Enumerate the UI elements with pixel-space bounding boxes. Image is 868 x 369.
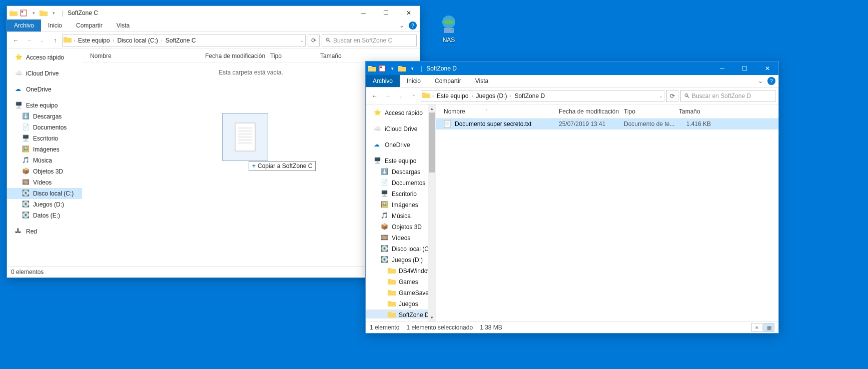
up-button[interactable]: ↑	[408, 90, 420, 102]
sidebar-item-disk-c[interactable]: 💽Disco local (C:)	[7, 188, 82, 199]
maximize-button[interactable]: ☐	[733, 62, 756, 75]
sidebar-item-disk-d[interactable]: 💽Juegos (D:)	[366, 254, 436, 266]
forward-button[interactable]: →	[382, 90, 394, 102]
sidebar-item-disk-e[interactable]: 💽Datos (E:)	[7, 210, 82, 221]
sidebar-item-desktop[interactable]: 🖥️Escritorio	[7, 133, 82, 144]
search-input[interactable]	[692, 92, 772, 100]
sidebar-item-music[interactable]: 🎵Música	[366, 210, 436, 222]
address-dropdown-icon[interactable]: ⌄	[659, 94, 663, 98]
content-pane[interactable]: Nombre˄ Fecha de modificación Tipo Tamañ…	[436, 104, 778, 322]
help-icon[interactable]: ?	[409, 22, 417, 30]
col-name[interactable]: Nombre	[86, 52, 201, 60]
sidebar-item-icloud[interactable]: ☁️iCloud Drive	[366, 124, 436, 134]
sidebar-item-quick-access[interactable]: ⭐Acceso rápido	[366, 108, 436, 118]
tab-file[interactable]: Archivo	[366, 75, 400, 87]
close-button[interactable]: ✕	[397, 6, 420, 20]
sidebar-item-downloads[interactable]: ⬇️Descargas	[7, 111, 82, 122]
search-box[interactable]: 🔍︎	[680, 90, 775, 102]
search-input[interactable]	[333, 37, 413, 44]
title-bar[interactable]: ▾ ▾ | SoftZone C ─ ☐ ✕	[7, 6, 420, 20]
view-icons-button[interactable]: ▦	[763, 323, 774, 332]
col-modified[interactable]: Fecha de modificación	[201, 52, 266, 60]
sidebar-item-this-pc[interactable]: 🖥️Este equipo	[366, 156, 436, 166]
tab-view[interactable]: Vista	[468, 75, 495, 87]
tab-view[interactable]: Vista	[110, 20, 137, 32]
new-folder-icon[interactable]	[398, 64, 407, 73]
sidebar-item-downloads[interactable]: ⬇️Descargas	[366, 166, 436, 178]
col-name[interactable]: Nombre˄	[440, 108, 555, 115]
sidebar-scrollbar[interactable]: ▴ ▾	[428, 104, 436, 322]
sidebar-item-icloud[interactable]: ☁️iCloud Drive	[7, 68, 82, 79]
chevron-right-icon[interactable]: ›	[471, 94, 473, 98]
scroll-thumb[interactable]	[429, 112, 435, 172]
chevron-right-icon[interactable]: ›	[432, 94, 434, 98]
tab-home[interactable]: Inicio	[41, 20, 69, 32]
forward-button[interactable]: →	[23, 34, 35, 46]
breadcrumb[interactable]: SoftZone D	[512, 92, 547, 100]
sidebar-item-3d-objects[interactable]: 📦Objetos 3D	[366, 222, 436, 232]
back-button[interactable]: ←	[369, 90, 381, 102]
sidebar-item-onedrive[interactable]: ☁OneDrive	[7, 84, 82, 95]
recent-dropdown[interactable]: ⌄	[395, 90, 407, 102]
back-button[interactable]: ←	[10, 34, 22, 46]
sidebar-item-disk-d[interactable]: 💽Juegos (D:)	[7, 199, 82, 210]
refresh-button[interactable]: ⟳	[308, 34, 320, 46]
breadcrumb[interactable]: SoftZone C	[164, 37, 198, 44]
col-modified[interactable]: Fecha de modificación	[555, 108, 620, 115]
sidebar-item-disk-c[interactable]: 💽Disco local (C:)	[366, 244, 436, 254]
expand-ribbon-icon[interactable]: ⌄	[756, 77, 764, 85]
sidebar-item-folder[interactable]: DS4Windows	[366, 266, 436, 276]
sidebar-item-documents[interactable]: 📄Documentos	[366, 178, 436, 188]
sidebar-item-documents[interactable]: 📄Documentos	[7, 122, 82, 133]
desktop-icon-nas[interactable]: NAS	[431, 14, 466, 44]
chevron-right-icon[interactable]: ›	[161, 38, 163, 43]
breadcrumb[interactable]: Este equipo	[435, 92, 470, 100]
tab-file[interactable]: Archivo	[7, 20, 41, 32]
up-button[interactable]: ↑	[49, 34, 61, 46]
sidebar-item-folder[interactable]: Games	[366, 276, 436, 288]
file-list[interactable]: Documento super secreto.txt 25/07/2019 1…	[436, 118, 778, 322]
breadcrumb[interactable]: Disco local (C:)	[115, 37, 160, 44]
address-dropdown-icon[interactable]: ⌄	[300, 38, 304, 43]
sidebar-item-pictures[interactable]: 🖼️Imágenes	[7, 144, 82, 155]
tab-home[interactable]: Inicio	[400, 75, 428, 87]
sidebar-item-pictures[interactable]: 🖼️Imágenes	[366, 200, 436, 210]
sidebar-item-videos[interactable]: 🎞️Vídeos	[366, 232, 436, 244]
qat-dropdown-icon[interactable]: ▾	[29, 8, 38, 18]
breadcrumb[interactable]: Juegos (D:)	[474, 92, 509, 100]
scroll-down-icon[interactable]: ▾	[428, 314, 436, 322]
new-folder-icon[interactable]	[39, 8, 48, 18]
sidebar-item-onedrive[interactable]: ☁OneDrive	[366, 140, 436, 150]
sidebar-item-desktop[interactable]: 🖥️Escritorio	[366, 188, 436, 200]
minimize-button[interactable]: ─	[711, 62, 733, 75]
col-size[interactable]: Tamaño	[675, 108, 715, 115]
chevron-right-icon[interactable]: ›	[510, 94, 511, 98]
sidebar-item-network[interactable]: 🖧Red	[7, 226, 82, 237]
tab-share[interactable]: Compartir	[69, 20, 110, 32]
address-bar[interactable]: › Este equipo › Juegos (D:) › SoftZone D…	[421, 90, 664, 102]
expand-ribbon-icon[interactable]: ⌄	[398, 22, 406, 30]
col-type[interactable]: Tipo	[620, 108, 675, 115]
maximize-button[interactable]: ☐	[375, 6, 397, 20]
chevron-right-icon[interactable]: ›	[113, 38, 114, 43]
sidebar-item-folder[interactable]: Juegos	[366, 298, 436, 310]
address-bar[interactable]: › Este equipo › Disco local (C:) › SoftZ…	[62, 34, 306, 46]
qat-dropdown-icon[interactable]: ▾	[49, 8, 58, 18]
help-icon[interactable]: ?	[767, 77, 775, 85]
chevron-right-icon[interactable]: ›	[74, 38, 75, 43]
col-type[interactable]: Tipo	[266, 52, 316, 60]
sidebar-item-3d-objects[interactable]: 📦Objetos 3D	[7, 166, 82, 177]
scroll-up-icon[interactable]: ▴	[428, 104, 436, 112]
properties-icon[interactable]	[19, 8, 28, 18]
sidebar-item-folder[interactable]: GameSave Man	[366, 288, 436, 298]
refresh-button[interactable]: ⟳	[666, 90, 678, 102]
col-size[interactable]: Tamaño	[316, 52, 356, 60]
qat-dropdown-icon[interactable]: ▾	[388, 64, 397, 73]
properties-icon[interactable]	[378, 64, 387, 73]
minimize-button[interactable]: ─	[352, 6, 375, 20]
sidebar-item-videos[interactable]: 🎞️Vídeos	[7, 177, 82, 188]
sidebar-item-music[interactable]: 🎵Música	[7, 155, 82, 166]
sidebar-item-this-pc[interactable]: 🖥️Este equipo	[7, 100, 82, 111]
close-button[interactable]: ✕	[756, 62, 778, 75]
sidebar-item-folder[interactable]: SoftZone D	[366, 310, 436, 318]
